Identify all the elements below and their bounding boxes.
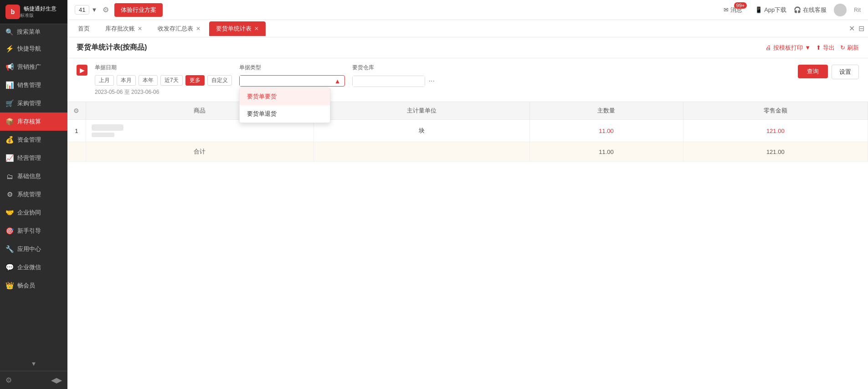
tab-inventory-batch[interactable]: 库存批次账 ✕ bbox=[98, 21, 149, 36]
sidebar-bottom: ⚙ ◀▶ bbox=[0, 371, 67, 389]
this-month-btn[interactable]: 本月 bbox=[117, 75, 136, 86]
guide-icon: 🎯 bbox=[5, 227, 14, 235]
sidebar-item-sales[interactable]: 📊 销售管理 bbox=[0, 76, 67, 94]
tab-inventory-batch-label: 库存批次账 bbox=[105, 25, 135, 33]
tabs-bar: 首页 库存批次账 ✕ 收发存汇总表 ✕ 要货单统计表 ✕ ✕ ⊟ bbox=[67, 20, 868, 37]
tabs-close-all[interactable]: ✕ bbox=[849, 24, 855, 33]
this-year-btn[interactable]: 本年 bbox=[139, 75, 158, 86]
cooperation-label: 企业协同 bbox=[17, 209, 41, 217]
purchase-icon: 🛒 bbox=[5, 99, 14, 107]
th-settings: ⚙ bbox=[67, 102, 86, 120]
row-num: 1 bbox=[67, 120, 86, 142]
sidebar-item-wechat[interactable]: 💬 企业微信 bbox=[0, 258, 67, 276]
refresh-button[interactable]: ↻ 刷新 bbox=[840, 44, 859, 52]
tab-home-label: 首页 bbox=[78, 25, 90, 33]
message-icon: ✉ bbox=[724, 6, 729, 13]
service-icon: 🎧 bbox=[794, 6, 801, 13]
print-button[interactable]: 🖨 按模板打印 ▼ bbox=[765, 44, 811, 52]
more-dates-btn[interactable]: 更多 bbox=[185, 75, 205, 86]
sidebar-item-member[interactable]: 👑 畅会员 bbox=[0, 276, 67, 295]
type-select-wrapper: ▲ bbox=[239, 75, 345, 87]
sidebar-nav: ⚡ 快捷导航 📢 营销推广 📊 销售管理 🛒 采购管理 📦 库存核算 💰 资金管… bbox=[0, 40, 67, 357]
purchase-label: 采购管理 bbox=[17, 99, 41, 107]
main-content: 41 ▼ ⚙ 体验行业方案 ✉ 消息 99+ 📱 App下载 🎧 在 bbox=[67, 0, 868, 389]
logo-icon: b bbox=[5, 5, 20, 19]
tab-home[interactable]: 首页 bbox=[71, 21, 97, 36]
user-avatar[interactable] bbox=[834, 4, 847, 16]
print-dropdown-icon: ▼ bbox=[805, 44, 811, 51]
collapse-icon[interactable]: ◀▶ bbox=[51, 376, 62, 384]
sidebar-item-finance[interactable]: 💰 资金管理 bbox=[0, 131, 67, 149]
type-dropdown-menu: 要货单要货 要货单退货 bbox=[239, 87, 330, 123]
tab-order-stats[interactable]: 要货单统计表 ✕ bbox=[209, 21, 266, 36]
print-icon: 🖨 bbox=[765, 44, 771, 51]
table-header-row: ⚙ 商品 主计量单位 主数量 零售金额 bbox=[67, 102, 868, 120]
topbar-settings-icon[interactable]: ⚙ bbox=[103, 5, 109, 14]
type-dropdown-arrow[interactable]: ▲ bbox=[331, 77, 344, 85]
summary-unit bbox=[313, 142, 529, 162]
tab-inventory-batch-close[interactable]: ✕ bbox=[138, 26, 142, 32]
last-7-days-btn[interactable]: 近7天 bbox=[160, 75, 183, 86]
sidebar-item-system[interactable]: ⚙ 系统管理 bbox=[0, 185, 67, 204]
sidebar-scroll-down[interactable]: ▼ bbox=[0, 357, 67, 371]
query-button[interactable]: 查询 bbox=[798, 65, 828, 78]
tab-receive-summary-close[interactable]: ✕ bbox=[196, 26, 200, 32]
sidebar-item-quick-nav[interactable]: ⚡ 快捷导航 bbox=[0, 40, 67, 58]
user-name: Rit bbox=[854, 7, 861, 13]
sidebar-item-inventory[interactable]: 📦 库存核算 bbox=[0, 113, 67, 131]
summary-qty: 11.00 bbox=[529, 142, 683, 162]
last-month-btn[interactable]: 上月 bbox=[95, 75, 114, 86]
tab-order-stats-close[interactable]: ✕ bbox=[254, 26, 259, 32]
date-quick-btns: 上月 本月 本年 近7天 更多 自定义 bbox=[95, 75, 232, 86]
company-dropdown-icon: ▼ bbox=[91, 6, 97, 13]
column-settings-icon[interactable]: ⚙ bbox=[73, 107, 79, 114]
tabs-expand[interactable]: ⊟ bbox=[858, 24, 864, 33]
message-badge: 99+ bbox=[734, 2, 747, 9]
sidebar-item-operations[interactable]: 📈 经营管理 bbox=[0, 149, 67, 167]
cooperation-icon: 🤝 bbox=[5, 209, 14, 217]
sidebar-logo: b 畅捷通好生意 标准版 bbox=[0, 0, 67, 24]
warehouse-select-input[interactable] bbox=[353, 76, 425, 87]
sidebar-search[interactable]: 🔍 搜索菜单 bbox=[0, 24, 67, 40]
trial-button[interactable]: 体验行业方案 bbox=[114, 3, 163, 17]
sidebar-item-marketing[interactable]: 📢 营销推广 bbox=[0, 58, 67, 76]
type-select-input[interactable] bbox=[240, 76, 331, 86]
search-icon: 🔍 bbox=[5, 28, 13, 36]
sidebar-item-cooperation[interactable]: 🤝 企业协同 bbox=[0, 204, 67, 222]
sidebar-item-purchase[interactable]: 🛒 采购管理 bbox=[0, 94, 67, 113]
product-code-placeholder bbox=[92, 133, 114, 137]
export-button[interactable]: ⬆ 导出 bbox=[816, 44, 835, 52]
custom-date-btn[interactable]: 自定义 bbox=[207, 75, 232, 86]
member-label: 畅会员 bbox=[17, 282, 35, 290]
row-amount-link[interactable]: 121.00 bbox=[766, 128, 785, 134]
summary-empty1 bbox=[67, 142, 86, 162]
tab-receive-summary[interactable]: 收发存汇总表 ✕ bbox=[151, 21, 207, 36]
system-label: 系统管理 bbox=[17, 190, 41, 199]
sidebar-item-app-center[interactable]: 🔧 应用中心 bbox=[0, 240, 67, 258]
filter-bar: ▶ 单据日期 上月 本月 本年 近7天 更多 自定义 2023-05-06 至 … bbox=[67, 58, 868, 102]
filter-action-buttons: 查询 设置 bbox=[798, 64, 859, 79]
member-icon: 👑 bbox=[5, 282, 14, 290]
dropdown-item-order-return[interactable]: 要货单退货 bbox=[240, 105, 330, 123]
export-icon: ⬆ bbox=[816, 44, 821, 51]
table-settings-button[interactable]: 设置 bbox=[832, 65, 859, 79]
operations-label: 经营管理 bbox=[17, 154, 41, 162]
tab-receive-summary-label: 收发存汇总表 bbox=[158, 25, 193, 33]
settings-icon[interactable]: ⚙ bbox=[5, 376, 12, 384]
sidebar-item-guide[interactable]: 🎯 新手引导 bbox=[0, 222, 67, 240]
sidebar-item-basic-info[interactable]: 🗂 基础信息 bbox=[0, 167, 67, 185]
message-button[interactable]: ✉ 消息 99+ bbox=[724, 6, 742, 14]
filter-expand-button[interactable]: ▶ bbox=[77, 65, 87, 76]
row-qty-link[interactable]: 11.00 bbox=[599, 128, 614, 134]
logo-text: 畅捷通好生意 标准版 bbox=[20, 5, 56, 19]
warehouse-more-icon[interactable]: ··· bbox=[427, 75, 437, 87]
app-download-button[interactable]: 📱 App下载 bbox=[755, 6, 786, 14]
page-title: 要货单统计表(按商品) bbox=[77, 43, 147, 58]
product-cell bbox=[92, 124, 308, 137]
company-selector[interactable]: 41 ▼ bbox=[75, 5, 97, 15]
service-button[interactable]: 🎧 在线客服 bbox=[794, 6, 827, 14]
type-filter-group: 单据类型 ▲ 要货单要货 要货单退货 bbox=[239, 64, 345, 87]
dropdown-item-order-goods[interactable]: 要货单要货 bbox=[240, 88, 330, 105]
date-filter-group: 单据日期 上月 本月 本年 近7天 更多 自定义 2023-05-06 至 20… bbox=[95, 64, 232, 96]
app-center-icon: 🔧 bbox=[5, 245, 14, 253]
